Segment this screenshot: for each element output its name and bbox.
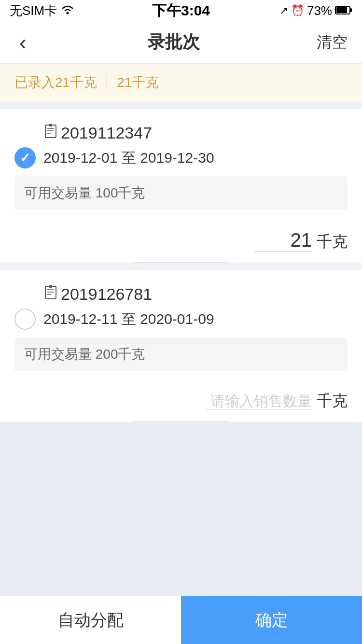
clear-button[interactable]: 清空: [317, 32, 348, 53]
auto-distribute-button[interactable]: 自动分配: [0, 596, 181, 644]
batch-2-date: 2019-12-11 至 2020-01-09: [43, 309, 214, 329]
batch-1-unit: 千克: [317, 231, 348, 252]
batch-1-amount-input[interactable]: [254, 229, 312, 252]
page-title: 录批次: [148, 30, 200, 54]
batch-1-amount-row: 千克: [0, 220, 362, 262]
batch-card-1: 2019112347 2019-12-01 至 2019-12-30 可用交易量…: [0, 109, 362, 263]
batch-2-availability: 可用交易量 200千克: [14, 337, 348, 371]
batch-1-inner: 2019112347 2019-12-01 至 2019-12-30 可用交易量…: [0, 109, 362, 210]
confirm-button[interactable]: 确定: [181, 596, 362, 644]
bottom-bar: 自动分配 确定: [0, 596, 362, 644]
batch-2-id-row: 2019126781: [43, 285, 348, 304]
batch-2-inner: 2019126781 2019-12-11 至 2020-01-09 可用交易量…: [0, 270, 362, 371]
batch-1-date: 2019-12-01 至 2019-12-30: [43, 148, 214, 168]
batch-2-input-row: 千克: [0, 381, 362, 421]
time-display: 下午3:04: [152, 1, 210, 21]
svg-rect-13: [49, 285, 52, 288]
alarm-icon: ⏰: [291, 4, 304, 17]
batch-1-icon: [43, 124, 58, 142]
svg-rect-8: [49, 124, 52, 126]
carrier-label: 无SIM卡: [10, 2, 57, 19]
section-separator-1: [133, 262, 229, 263]
battery-percent: 73%: [307, 3, 332, 18]
nav-bar: ‹ 录批次 清空: [0, 21, 362, 64]
location-icon: ↗: [279, 4, 288, 17]
batch-1-date-row[interactable]: 2019-12-01 至 2019-12-30: [14, 147, 348, 168]
svg-rect-9: [45, 286, 56, 299]
battery-icon: [335, 3, 352, 18]
svg-point-0: [67, 12, 69, 14]
back-button[interactable]: ‹: [14, 26, 31, 59]
batch-2-date-row[interactable]: 2019-12-11 至 2020-01-09: [14, 308, 348, 330]
info-banner: 已录入21千克 21千克: [0, 64, 362, 101]
batch-2-amount-input[interactable]: [206, 393, 312, 410]
batch-1-id: 2019112347: [61, 124, 152, 142]
svg-rect-3: [336, 7, 347, 13]
batch-1-availability: 可用交易量 100千克: [14, 176, 348, 210]
svg-rect-2: [350, 8, 352, 12]
batch-2-unit: 千克: [317, 391, 348, 412]
batch-1-radio[interactable]: [14, 147, 36, 168]
status-left: 无SIM卡: [10, 2, 74, 19]
batch-1-id-row: 2019112347: [43, 124, 348, 142]
batch-2-radio[interactable]: [14, 308, 36, 330]
status-bar: 无SIM卡 下午3:04 ↗ ⏰ 73%: [0, 0, 362, 21]
batch-2-icon: [43, 285, 58, 303]
recorded-value: 21千克: [117, 73, 159, 92]
recorded-label: 已录入21千克: [14, 73, 97, 92]
wifi-icon: [61, 3, 74, 18]
batch-2-id: 2019126781: [61, 285, 152, 304]
gray-background-area: [0, 422, 362, 625]
svg-rect-4: [45, 125, 56, 138]
status-right: ↗ ⏰ 73%: [279, 3, 352, 18]
batch-card-2: 2019126781 2019-12-11 至 2020-01-09 可用交易量…: [0, 270, 362, 422]
info-divider: [107, 75, 107, 90]
